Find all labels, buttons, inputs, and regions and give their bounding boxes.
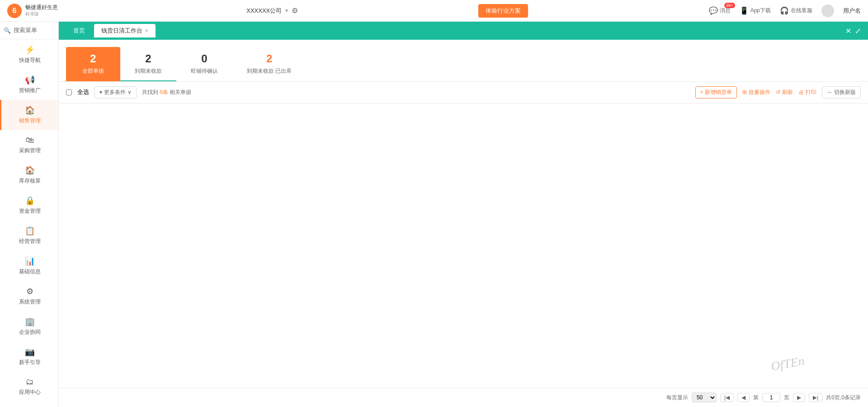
- sidebar-item-wechat[interactable]: 💬 企业微信: [0, 402, 58, 407]
- service-icon: 🎧: [780, 6, 789, 15]
- company-selector[interactable]: XXXXXX公司 ▼ ⚙: [246, 6, 298, 15]
- stat-card-overdue-out[interactable]: 2 到期未收款 已出库: [232, 47, 306, 81]
- sidebar: 🔍 搜索菜单 ⚡ 快捷导航 📢 营销推广 🏠 销售管理 🛍 采购管理 🏠 库存核…: [0, 22, 59, 407]
- stat-card-all[interactable]: 2 全部单据: [66, 47, 120, 81]
- app-download-icon: 📱: [740, 6, 749, 15]
- add-sale-btn[interactable]: + 新增销货单: [695, 86, 737, 98]
- sidebar-item-basic-info[interactable]: 📊 基础信息: [0, 251, 58, 281]
- batch-btn[interactable]: ⊞ 批量操作: [742, 89, 770, 96]
- purchase-icon: 🛍: [26, 136, 34, 145]
- experience-button[interactable]: 体验行业方案: [478, 4, 528, 18]
- filter-dropdown-icon: ∨: [127, 89, 132, 95]
- stat-label-pending: 旺铺待确认: [191, 67, 218, 75]
- switch-icon: ↔: [827, 89, 832, 95]
- online-service-action[interactable]: 🎧 在线客服: [780, 6, 812, 15]
- stat-label-overdue: 到期未收款: [135, 67, 162, 75]
- next-page-btn[interactable]: ▶: [793, 393, 805, 402]
- finance-icon: 🔒: [25, 196, 35, 206]
- message-icon: 💬: [709, 6, 718, 15]
- sidebar-item-guide[interactable]: 📷 新手引导: [0, 342, 58, 372]
- filter-icon: ▾: [99, 89, 102, 95]
- toolbar: 全选 ▾ 更多条件 ∨ 共找到 0条 相关单据 + 新增销货单 ⊞: [59, 82, 868, 103]
- sidebar-item-label-app-center: 应用中心: [19, 388, 41, 396]
- sidebar-item-operations[interactable]: 📋 经营管理: [0, 220, 58, 251]
- sidebar-item-label-purchase: 采购管理: [19, 147, 41, 154]
- prev-page-btn[interactable]: ◀: [737, 393, 750, 402]
- inventory-icon: 🏠: [25, 165, 35, 175]
- guide-icon: 📷: [25, 347, 35, 357]
- stat-card-overdue[interactable]: 2 到期未收款: [120, 47, 176, 81]
- per-page-select[interactable]: 50 100 200: [692, 393, 717, 402]
- tab-minimize-btn[interactable]: ✕: [845, 27, 851, 35]
- tab-maximize-btn[interactable]: ⤢: [855, 27, 861, 35]
- sidebar-item-system[interactable]: ⚙ 系统管理: [0, 281, 58, 311]
- main-layout: 🔍 搜索菜单 ⚡ 快捷导航 📢 营销推广 🏠 销售管理 🛍 采购管理 🏠 库存核…: [0, 22, 868, 407]
- page-label-suffix: 页: [784, 394, 789, 402]
- sidebar-item-label-sales: 销售管理: [19, 117, 41, 125]
- app-download-action[interactable]: 📱 App下载: [740, 6, 771, 15]
- total-label: 共0页,0条记录: [826, 394, 861, 402]
- operations-icon: 📋: [25, 226, 35, 236]
- sidebar-item-label-inventory: 库存核算: [19, 177, 41, 185]
- message-action[interactable]: 💬 消息 99+: [709, 6, 731, 15]
- per-page-label: 每页显示: [666, 394, 688, 402]
- filter-label: 更多条件: [104, 89, 126, 96]
- print-btn[interactable]: 🖨 打印: [798, 89, 816, 96]
- sidebar-item-inventory[interactable]: 🏠 库存核算: [0, 160, 58, 190]
- tab-close-btn[interactable]: ×: [145, 28, 148, 34]
- refresh-icon: ↺: [776, 89, 780, 95]
- sidebar-item-marketing[interactable]: 📢 营销推广: [0, 70, 58, 100]
- sidebar-item-label-system: 系统管理: [19, 298, 41, 306]
- batch-label: 批量操作: [749, 89, 770, 96]
- basic-info-icon: 📊: [25, 256, 35, 266]
- stat-label-all: 全部单据: [80, 67, 106, 75]
- tab-active[interactable]: 钱货日清工作台 ×: [94, 24, 156, 37]
- cooperation-icon: 🏢: [25, 317, 35, 327]
- filter-button[interactable]: ▾ 更多条件 ∨: [94, 86, 137, 98]
- select-all-label: 全选: [77, 88, 89, 96]
- sidebar-item-app-center[interactable]: 🗂 应用中心: [0, 372, 58, 402]
- page-content: 2 全部单据 2 到期未收款 0 旺铺待确认 2 到期未收款 已出库: [59, 40, 868, 407]
- sidebar-item-finance[interactable]: 🔒 资金管理: [0, 190, 58, 220]
- last-page-btn[interactable]: ▶|: [809, 393, 822, 402]
- sidebar-item-label-quick-nav: 快捷导航: [19, 56, 41, 64]
- company-name: XXXXXX公司: [246, 7, 282, 15]
- sidebar-item-sales[interactable]: 🏠 销售管理: [0, 100, 58, 130]
- sidebar-item-cooperation[interactable]: 🏢 企业协同: [0, 311, 58, 342]
- sidebar-item-label-finance: 资金管理: [19, 207, 41, 215]
- toolbar-right: + 新增销货单 ⊞ 批量操作 ↺ 刷新 🖨 打印 ↔: [695, 86, 861, 98]
- app-download-label: App下载: [750, 7, 771, 14]
- search-icon: 🔍: [4, 27, 11, 34]
- stats-area: 2 全部单据 2 到期未收款 0 旺铺待确认 2 到期未收款 已出库: [59, 40, 868, 82]
- add-sale-label: + 新增销货单: [700, 89, 732, 96]
- settings-icon[interactable]: ⚙: [292, 6, 298, 15]
- first-page-btn[interactable]: |◀: [720, 393, 734, 402]
- marketing-icon: 📢: [25, 75, 35, 85]
- sidebar-item-label-operations: 经营管理: [19, 238, 41, 245]
- service-label: 在线客服: [791, 7, 812, 14]
- sidebar-item-quick-nav[interactable]: ⚡ 快捷导航: [0, 39, 58, 70]
- top-header: 6 畅捷通好生意 标准版 XXXXXX公司 ▼ ⚙ 体验行业方案 💬 消息 99…: [0, 0, 868, 22]
- sidebar-item-label-marketing: 营销推广: [19, 87, 41, 94]
- stat-card-pending[interactable]: 0 旺铺待确认: [176, 47, 232, 81]
- app-logo-icon: 6: [7, 4, 22, 18]
- switch-version-btn[interactable]: ↔ 切换新版: [822, 86, 861, 98]
- sidebar-search[interactable]: 🔍 搜索菜单: [0, 22, 58, 39]
- table-area: [59, 103, 868, 388]
- page-label: 第: [753, 394, 759, 402]
- user-avatar[interactable]: [821, 5, 834, 17]
- app-logo-text: 畅捷通好生意: [25, 4, 58, 11]
- select-all-checkbox[interactable]: [66, 89, 72, 95]
- quick-nav-icon: ⚡: [25, 45, 35, 55]
- refresh-btn[interactable]: ↺ 刷新: [776, 89, 793, 96]
- tab-home[interactable]: 首页: [66, 24, 92, 37]
- stat-label-overdue-out: 到期未收款 已出库: [247, 67, 292, 75]
- found-text: 共找到 0条 相关单据: [142, 89, 191, 96]
- sidebar-item-label-cooperation: 企业协同: [19, 328, 41, 336]
- app-center-icon: 🗂: [26, 377, 34, 387]
- page-input[interactable]: [762, 393, 780, 402]
- sidebar-item-purchase[interactable]: 🛍 采购管理: [0, 130, 58, 160]
- print-label: 打印: [806, 89, 816, 96]
- sales-icon: 🏠: [25, 105, 35, 115]
- sidebar-search-label: 搜索菜单: [14, 26, 37, 34]
